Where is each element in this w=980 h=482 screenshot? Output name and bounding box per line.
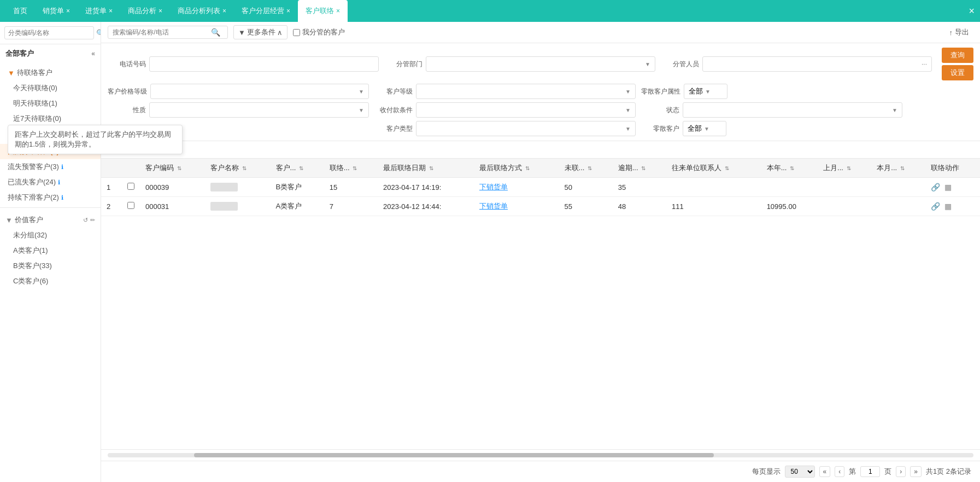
nav-close-customer-contact[interactable]: ×: [336, 7, 340, 15]
next-page-button[interactable]: ›: [896, 466, 906, 477]
row2-last-method[interactable]: 下销货单: [474, 197, 559, 216]
status-select[interactable]: ▼: [683, 102, 902, 118]
row1-checkbox[interactable]: [127, 183, 134, 190]
nav-item-purchase[interactable]: 进货单 ×: [78, 0, 120, 22]
info-icon-churn-warning: ℹ: [61, 164, 63, 171]
nature-arrow: ▼: [359, 107, 364, 113]
my-customers-checkbox[interactable]: [293, 29, 300, 36]
sidebar-item-declining[interactable]: 持续下滑客户(2) ℹ: [0, 190, 101, 205]
row2-grid-icon[interactable]: ▦: [944, 202, 952, 211]
dept-select[interactable]: ▼: [426, 56, 655, 72]
nav-item-sales[interactable]: 销货单 ×: [35, 0, 78, 22]
type-sort-icon[interactable]: ⇅: [299, 165, 303, 171]
payment-select[interactable]: ▼: [416, 102, 636, 118]
nav-close-analysis[interactable]: ×: [159, 7, 162, 15]
nav-close-purchase[interactable]: ×: [109, 7, 113, 15]
prev-page-button[interactable]: ‹: [835, 466, 844, 477]
more-conditions-button[interactable]: ▼ 更多条件 ∧: [233, 25, 287, 39]
row1-this-month: [871, 178, 925, 197]
row2-code: 000031: [140, 197, 205, 216]
per-page-select[interactable]: 50 100 200: [785, 466, 815, 478]
row2-link-icon[interactable]: 🔗: [931, 202, 940, 211]
price-level-arrow: ▼: [359, 89, 364, 95]
row1-name: [205, 178, 270, 197]
price-level-select[interactable]: ▼: [150, 84, 369, 99]
sidebar-item-tomorrow[interactable]: 明天待联络(1): [0, 96, 101, 111]
nature-select[interactable]: ▼: [149, 102, 369, 118]
edit-icon[interactable]: ✏: [90, 217, 95, 224]
name-sort-icon[interactable]: ⇅: [242, 165, 247, 171]
price-level-label: 客户价格等级: [108, 87, 147, 96]
sidebar-item-today[interactable]: 今天待联络(0): [0, 80, 101, 96]
manager-select[interactable]: ···: [702, 56, 932, 72]
customer-level-select[interactable]: ▼: [416, 84, 636, 99]
horizontal-scrollbar-thumb[interactable]: [194, 453, 713, 457]
scatter-customer-select[interactable]: 全部 ▼: [683, 121, 726, 136]
sidebar-item-class-b[interactable]: B类客户(33): [0, 258, 101, 274]
row1-unlabeled: 50: [559, 178, 613, 197]
last-method-sort-icon[interactable]: ⇅: [525, 165, 530, 171]
query-button[interactable]: 查询: [942, 48, 973, 63]
arrow-icon: ▼: [8, 69, 15, 77]
sidebar-item-unclassified[interactable]: 未分组(32): [0, 228, 101, 243]
this-month-sort-icon[interactable]: ⇅: [900, 165, 905, 171]
row1-link-icon[interactable]: 🔗: [931, 183, 940, 191]
customer-type-select[interactable]: ▼: [416, 121, 636, 136]
row2-name: [205, 197, 270, 216]
row2-type: A类客户: [271, 197, 324, 216]
sidebar-search-input[interactable]: [4, 26, 94, 39]
nav-item-customer-tier[interactable]: 客户分层经营 ×: [234, 0, 298, 22]
refresh-icon[interactable]: ↺: [83, 217, 88, 224]
sidebar-item-class-c[interactable]: C类客户(6): [0, 274, 101, 289]
my-customers-wrap: 我分管的客户: [293, 27, 345, 37]
sidebar-item-class-a[interactable]: A类客户(1): [0, 243, 101, 258]
company-contact-sort-icon[interactable]: ⇅: [725, 165, 729, 171]
nav-item-home[interactable]: 首页: [5, 0, 35, 22]
sidebar-item-7days[interactable]: 近7天待联络(0): [0, 111, 101, 126]
nav-item-analysis[interactable]: 商品分析 ×: [120, 0, 170, 22]
row2-checkbox[interactable]: [127, 202, 134, 209]
row1-grid-icon[interactable]: ▦: [944, 183, 952, 191]
nav-close-customer-tier[interactable]: ×: [286, 7, 290, 15]
last-page-button[interactable]: »: [910, 466, 922, 477]
contact-count-sort-icon[interactable]: ⇅: [353, 165, 357, 171]
row1-last-method[interactable]: 下销货单: [474, 178, 559, 197]
sidebar-item-churn-warning[interactable]: 流失预警客户(3) ℹ: [0, 159, 101, 175]
filter-item-payment: 收付款条件 ▼: [374, 102, 636, 118]
info-icon-churned: ℹ: [58, 179, 60, 186]
export-button[interactable]: ↑ 导出: [945, 26, 974, 39]
nav-close-analysis-list[interactable]: ×: [222, 7, 226, 15]
last-date-sort-icon[interactable]: ⇅: [429, 165, 433, 171]
page-number-input[interactable]: [860, 466, 880, 477]
sidebar-value-group-header[interactable]: ▼ 价值客户 ↺ ✏: [0, 212, 101, 228]
sidebar-collapse-icon[interactable]: «: [91, 50, 95, 57]
nav-item-analysis-list[interactable]: 商品分析列表 ×: [170, 0, 234, 22]
overdue-sort-icon[interactable]: ⇅: [641, 165, 645, 171]
nav-item-customer-contact[interactable]: 客户联络 ×: [298, 0, 348, 22]
per-page-label: 每页显示: [752, 467, 781, 477]
col-unlabeled: 未联... ⇅: [559, 159, 613, 178]
table-header-row: 客户编码 ⇅ 客户名称 ⇅ 客户... ⇅: [101, 159, 980, 178]
settings-button[interactable]: 设置: [942, 65, 973, 80]
sidebar-group-pending-header[interactable]: ▼ 待联络客户: [0, 65, 101, 80]
year-amount-sort-icon[interactable]: ⇅: [790, 165, 794, 171]
phone-input[interactable]: [149, 56, 379, 72]
close-all-button[interactable]: ×: [969, 5, 975, 17]
col-actions: 联络动作: [925, 159, 981, 178]
search-icon[interactable]: 🔍: [211, 28, 220, 37]
scatter-attr-arrow: ▼: [705, 89, 711, 95]
sidebar-item-churned[interactable]: 已流失客户(24) ℹ: [0, 175, 101, 190]
last-month-sort-icon[interactable]: ⇅: [847, 165, 851, 171]
unlabeled-sort-icon[interactable]: ⇅: [588, 165, 592, 171]
scatter-attr-select[interactable]: 全部 ▼: [684, 84, 727, 99]
filter-row-3: 性质 ▼ 收付款条件 ▼ 状态: [108, 102, 973, 118]
search-input[interactable]: [113, 28, 211, 36]
horizontal-scrollbar-track: [108, 453, 973, 457]
sidebar-all-customers[interactable]: 全部客户 «: [0, 44, 101, 63]
first-page-button[interactable]: «: [819, 466, 831, 477]
nav-close-sales[interactable]: ×: [66, 7, 70, 15]
sidebar-divider: [0, 207, 101, 208]
code-sort-icon[interactable]: ⇅: [177, 165, 181, 171]
sidebar-search-icon[interactable]: 🔍: [96, 29, 101, 37]
content-area: 🔍 ▼ 更多条件 ∧ 我分管的客户 ↑ 导出 电话号码: [101, 22, 980, 482]
